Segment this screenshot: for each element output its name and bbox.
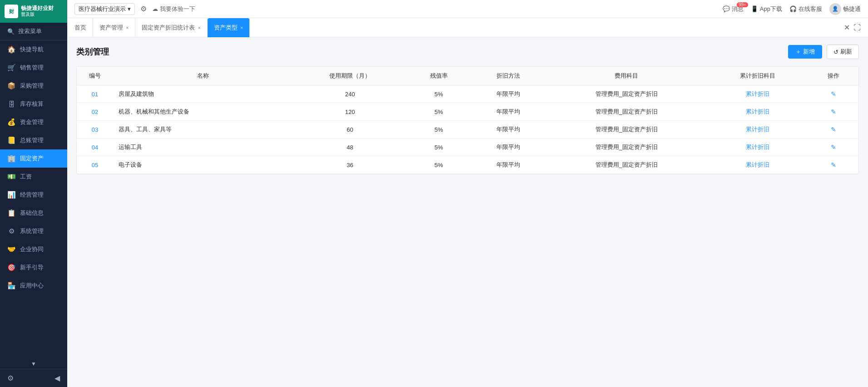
cell-name: 电子设备 bbox=[113, 156, 293, 174]
cell-action[interactable]: ✎ bbox=[808, 85, 858, 103]
cell-action[interactable]: ✎ bbox=[808, 103, 858, 121]
user-name: 畅捷通 bbox=[843, 5, 861, 13]
tab-maximize-button[interactable]: ⛶ bbox=[853, 24, 861, 32]
edit-icon[interactable]: ✎ bbox=[831, 90, 836, 98]
cell-action[interactable]: ✎ bbox=[808, 121, 858, 139]
tab-home[interactable]: 首页 bbox=[74, 18, 93, 37]
cell-accum-account: 累计折旧 bbox=[707, 121, 808, 139]
sidebar-item-guide[interactable]: 🎯 新手引导 bbox=[0, 258, 67, 277]
ledger-icon: 📒 bbox=[7, 136, 15, 144]
col-expense-account: 费用科目 bbox=[546, 67, 707, 85]
cell-expense-account: 管理费用_固定资产折旧 bbox=[546, 85, 707, 103]
cell-months: 48 bbox=[293, 139, 407, 156]
cell-residual-rate: 5% bbox=[407, 121, 470, 139]
appstore-icon: 🏪 bbox=[7, 282, 15, 290]
logo-icon: 财 bbox=[5, 5, 18, 18]
cell-id: 02 bbox=[77, 103, 113, 121]
mobile-icon: 📱 bbox=[751, 5, 758, 12]
sidebar-item-finance[interactable]: 💰 资金管理 bbox=[0, 113, 67, 131]
table-row: 04 运输工具 48 5% 年限平均 管理费用_固定资产折旧 累计折旧 ✎ bbox=[77, 139, 858, 156]
cell-accum-account: 累计折旧 bbox=[707, 103, 808, 121]
edit-icon[interactable]: ✎ bbox=[831, 144, 836, 151]
company-selector[interactable]: 医疗器械行业演示 ▾ bbox=[74, 3, 135, 15]
cell-residual-rate: 5% bbox=[407, 103, 470, 121]
col-name: 名称 bbox=[113, 67, 293, 85]
edit-icon[interactable]: ✎ bbox=[831, 161, 836, 169]
page-header: 类别管理 ＋ 新增 ↺ 刷新 bbox=[76, 45, 859, 59]
cell-action[interactable]: ✎ bbox=[808, 156, 858, 174]
cell-id: 03 bbox=[77, 121, 113, 139]
message-button[interactable]: 💬 消息 99+ bbox=[723, 5, 744, 13]
cell-expense-account: 管理费用_固定资产折旧 bbox=[546, 156, 707, 174]
cell-name: 器具、工具、家具等 bbox=[113, 121, 293, 139]
topbar-right: 💬 消息 99+ 📱 App下载 🎧 在线客服 👤 畅捷通 bbox=[723, 3, 861, 15]
tab-asset-type-close[interactable]: × bbox=[240, 25, 243, 30]
user-profile[interactable]: 👤 畅捷通 bbox=[829, 3, 861, 15]
collapse-icon[interactable]: ◀ bbox=[55, 374, 60, 382]
edit-icon[interactable]: ✎ bbox=[831, 108, 836, 115]
finance-icon: 💰 bbox=[7, 118, 15, 126]
sidebar-item-label: 快捷导航 bbox=[20, 45, 44, 54]
cell-months: 240 bbox=[293, 85, 407, 103]
tab-asset-type-label: 资产类型 bbox=[214, 24, 238, 32]
sidebar-item-system[interactable]: ⚙ 系统管理 bbox=[0, 222, 67, 240]
cell-method: 年限平均 bbox=[470, 156, 546, 174]
sidebar-item-label: 固定资产 bbox=[20, 154, 44, 163]
sidebar-item-label: 工资 bbox=[20, 173, 32, 181]
sidebar-item-appstore[interactable]: 🏪 应用中心 bbox=[0, 277, 67, 295]
topbar: 医疗器械行业演示 ▾ ⚙ ☁ 我要体验一下 💬 消息 99+ 📱 App下载 🎧… bbox=[67, 0, 868, 18]
refresh-icon: ↺ bbox=[833, 49, 838, 55]
content-area: 类别管理 ＋ 新增 ↺ 刷新 编号 名称 使用期限（月） bbox=[67, 37, 868, 387]
sidebar-item-label: 资金管理 bbox=[20, 118, 44, 126]
table-row: 01 房屋及建筑物 240 5% 年限平均 管理费用_固定资产折旧 累计折旧 ✎ bbox=[77, 85, 858, 103]
col-id: 编号 bbox=[77, 67, 113, 85]
sidebar-item-purchase[interactable]: 📦 采购管理 bbox=[0, 77, 67, 95]
tab-close-button[interactable]: ✕ bbox=[844, 23, 850, 32]
sidebar-item-label: 采购管理 bbox=[20, 82, 44, 90]
cell-accum-account: 累计折旧 bbox=[707, 139, 808, 156]
sidebar-item-salary[interactable]: 💵 工资 bbox=[0, 168, 67, 186]
new-button[interactable]: ＋ 新增 bbox=[788, 45, 822, 59]
cell-action[interactable]: ✎ bbox=[808, 139, 858, 156]
cell-method: 年限平均 bbox=[470, 139, 546, 156]
tab-asset-mgmt[interactable]: 资产管理 × bbox=[93, 18, 135, 37]
company-name: 医疗器械行业演示 bbox=[79, 5, 126, 13]
sidebar-scroll-down[interactable]: ▼ bbox=[0, 359, 67, 369]
cell-name: 运输工具 bbox=[113, 139, 293, 156]
sidebar-item-sales[interactable]: 🛒 销售管理 bbox=[0, 59, 67, 77]
tab-asset-type[interactable]: 资产类型 × bbox=[208, 18, 250, 37]
app-download-button[interactable]: 📱 App下载 bbox=[751, 5, 782, 13]
sidebar-item-basic-info[interactable]: 📋 基础信息 bbox=[0, 204, 67, 222]
search-icon: 🔍 bbox=[7, 28, 15, 35]
sidebar-item-label: 经营管理 bbox=[20, 191, 44, 199]
sidebar-item-collab[interactable]: 🤝 企业协同 bbox=[0, 240, 67, 258]
sidebar-item-fixed-assets[interactable]: 🏢 固定资产 bbox=[0, 149, 67, 168]
new-button-label: 新增 bbox=[803, 48, 815, 56]
cell-months: 36 bbox=[293, 156, 407, 174]
data-table: 编号 名称 使用期限（月） 残值率 折旧方法 费用科目 累计折旧科目 操作 01… bbox=[76, 66, 859, 174]
sidebar-item-quick-nav[interactable]: 🏠 快捷导航 bbox=[0, 40, 67, 59]
sidebar-item-inventory[interactable]: 🗄 库存核算 bbox=[0, 95, 67, 113]
refresh-button[interactable]: ↺ 刷新 bbox=[827, 45, 859, 59]
sidebar: 财 畅捷通好业财 普及版 🔍 搜索菜单 🏠 快捷导航 🛒 销售管理 📦 采购管理… bbox=[0, 0, 67, 387]
settings-icon[interactable]: ⚙ bbox=[7, 374, 14, 382]
sales-icon: 🛒 bbox=[7, 64, 15, 72]
tab-depreciation-table[interactable]: 固定资产折旧统计表 × bbox=[135, 18, 207, 37]
salary-icon: 💵 bbox=[7, 173, 15, 181]
tab-asset-mgmt-close[interactable]: × bbox=[126, 25, 129, 30]
settings-button[interactable]: ⚙ bbox=[140, 5, 147, 13]
logo-sub: 普及版 bbox=[21, 11, 54, 18]
cell-expense-account: 管理费用_固定资产折旧 bbox=[546, 103, 707, 121]
sidebar-footer: ⚙ ◀ bbox=[0, 369, 67, 387]
online-support-button[interactable]: 🎧 在线客服 bbox=[789, 5, 822, 13]
cell-id: 04 bbox=[77, 139, 113, 156]
cell-method: 年限平均 bbox=[470, 85, 546, 103]
cell-expense-account: 管理费用_固定资产折旧 bbox=[546, 121, 707, 139]
table-header-row: 编号 名称 使用期限（月） 残值率 折旧方法 费用科目 累计折旧科目 操作 bbox=[77, 67, 858, 85]
search-menu-button[interactable]: 🔍 搜索菜单 bbox=[0, 23, 67, 40]
sidebar-item-operations[interactable]: 📊 经营管理 bbox=[0, 186, 67, 204]
sidebar-item-ledger[interactable]: 📒 总账管理 bbox=[0, 131, 67, 149]
tab-depreciation-close[interactable]: × bbox=[198, 25, 200, 30]
edit-icon[interactable]: ✎ bbox=[831, 126, 836, 133]
experience-button[interactable]: ☁ 我要体验一下 bbox=[152, 5, 195, 13]
